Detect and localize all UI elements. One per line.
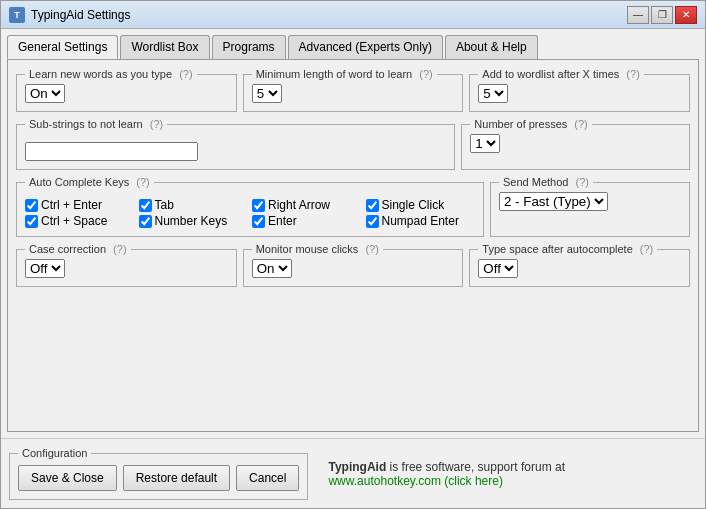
- case-correction-label: Case correction (?): [25, 243, 131, 255]
- substrings-help[interactable]: (?): [150, 118, 163, 130]
- tab-bar: General Settings Wordlist Box Programs A…: [7, 35, 699, 59]
- add-to-wordlist-help[interactable]: (?): [626, 68, 639, 80]
- checkbox-numpad-enter-input[interactable]: [366, 215, 379, 228]
- checkbox-number-keys-input[interactable]: [139, 215, 152, 228]
- tab-about[interactable]: About & Help: [445, 35, 538, 59]
- monitor-mouse-label: Monitor mouse clicks (?): [252, 243, 383, 255]
- monitor-mouse-group: Monitor mouse clicks (?) On: [243, 243, 464, 287]
- tab-programs[interactable]: Programs: [212, 35, 286, 59]
- row-2: Sub-strings to not learn (?) Number of p…: [16, 118, 690, 170]
- title-bar: T TypingAid Settings — ❐ ✕: [1, 1, 705, 29]
- checkbox-numpad-enter: Numpad Enter: [366, 214, 476, 228]
- checkbox-enter-label: Enter: [268, 214, 297, 228]
- substrings-input[interactable]: [25, 142, 198, 161]
- add-to-wordlist-label: Add to wordlist after X times (?): [478, 68, 643, 80]
- restore-button[interactable]: ❐: [651, 6, 673, 24]
- add-to-wordlist-select[interactable]: 5: [478, 84, 508, 103]
- checkbox-ctrl-space-label: Ctrl + Space: [41, 214, 107, 228]
- learn-words-help[interactable]: (?): [179, 68, 192, 80]
- tab-general[interactable]: General Settings: [7, 35, 118, 59]
- substrings-label: Sub-strings to not learn (?): [25, 118, 167, 130]
- min-length-group: Minimum length of word to learn (?) 5: [243, 68, 464, 112]
- content-area: General Settings Wordlist Box Programs A…: [1, 29, 705, 438]
- row-4: Case correction (?) Off Monitor mouse cl…: [16, 243, 690, 287]
- send-method-select[interactable]: 2 - Fast (Type): [499, 192, 608, 211]
- config-label: Configuration: [18, 447, 91, 459]
- type-space-label: Type space after autocomplete (?): [478, 243, 657, 255]
- min-length-help[interactable]: (?): [419, 68, 432, 80]
- checkbox-number-keys: Number Keys: [139, 214, 249, 228]
- restore-default-button[interactable]: Restore default: [123, 465, 230, 491]
- window-controls: — ❐ ✕: [627, 6, 697, 24]
- checkbox-ctrl-enter: Ctrl + Enter: [25, 198, 135, 212]
- cancel-button[interactable]: Cancel: [236, 465, 299, 491]
- checkbox-numpad-enter-label: Numpad Enter: [382, 214, 459, 228]
- checkbox-enter-input[interactable]: [252, 215, 265, 228]
- row-3: Auto Complete Keys (?) Ctrl + Enter Tab: [16, 176, 690, 237]
- checkbox-tab-input[interactable]: [139, 199, 152, 212]
- num-presses-label: Number of presses (?): [470, 118, 591, 130]
- case-correction-select[interactable]: Off: [25, 259, 65, 278]
- checkbox-single-click-label: Single Click: [382, 198, 445, 212]
- close-button[interactable]: ✕: [675, 6, 697, 24]
- checkbox-single-click: Single Click: [366, 198, 476, 212]
- auto-complete-help[interactable]: (?): [136, 176, 149, 188]
- config-group: Configuration Save & Close Restore defau…: [9, 447, 308, 500]
- checkbox-right-arrow-input[interactable]: [252, 199, 265, 212]
- tab-content-general: Learn new words as you type (?) On Off M…: [7, 59, 699, 432]
- min-length-label: Minimum length of word to learn (?): [252, 68, 437, 80]
- learn-words-group: Learn new words as you type (?) On Off: [16, 68, 237, 112]
- app-icon: T: [9, 7, 25, 23]
- tab-advanced[interactable]: Advanced (Experts Only): [288, 35, 443, 59]
- checkbox-right-arrow: Right Arrow: [252, 198, 362, 212]
- checkbox-ctrl-space: Ctrl + Space: [25, 214, 135, 228]
- footer-info: TypingAid is free software, support foru…: [318, 460, 697, 488]
- min-length-select[interactable]: 5: [252, 84, 282, 103]
- checkbox-single-click-input[interactable]: [366, 199, 379, 212]
- num-presses-help[interactable]: (?): [574, 118, 587, 130]
- checkbox-ctrl-space-input[interactable]: [25, 215, 38, 228]
- checkbox-number-keys-label: Number Keys: [155, 214, 228, 228]
- spacer: [16, 293, 690, 423]
- app-name: TypingAid: [328, 460, 386, 474]
- checkbox-right-arrow-label: Right Arrow: [268, 198, 330, 212]
- substrings-group: Sub-strings to not learn (?): [16, 118, 455, 170]
- save-close-button[interactable]: Save & Close: [18, 465, 117, 491]
- monitor-mouse-select[interactable]: On: [252, 259, 292, 278]
- minimize-button[interactable]: —: [627, 6, 649, 24]
- send-method-help[interactable]: (?): [576, 176, 589, 188]
- footer-info-text: is free software, support forum at: [386, 460, 565, 474]
- learn-words-label: Learn new words as you type (?): [25, 68, 197, 80]
- add-to-wordlist-group: Add to wordlist after X times (?) 5: [469, 68, 690, 112]
- row-1: Learn new words as you type (?) On Off M…: [16, 68, 690, 112]
- num-presses-select[interactable]: 1: [470, 134, 500, 153]
- checkbox-tab-label: Tab: [155, 198, 174, 212]
- checkbox-enter: Enter: [252, 214, 362, 228]
- case-correction-group: Case correction (?) Off: [16, 243, 237, 287]
- auto-complete-keys-label: Auto Complete Keys (?): [25, 176, 154, 188]
- checkbox-ctrl-enter-input[interactable]: [25, 199, 38, 212]
- website-link[interactable]: www.autohotkey.com (click here): [328, 474, 503, 488]
- checkbox-tab: Tab: [139, 198, 249, 212]
- send-method-label: Send Method (?): [499, 176, 593, 188]
- checkbox-ctrl-enter-label: Ctrl + Enter: [41, 198, 102, 212]
- send-method-group: Send Method (?) 2 - Fast (Type): [490, 176, 690, 237]
- tab-wordlist[interactable]: Wordlist Box: [120, 35, 209, 59]
- checkboxes-container: Ctrl + Enter Tab Right Arrow Single: [25, 198, 475, 228]
- case-correction-help[interactable]: (?): [113, 243, 126, 255]
- type-space-select[interactable]: Off: [478, 259, 518, 278]
- main-window: T TypingAid Settings — ❐ ✕ General Setti…: [0, 0, 706, 509]
- window-title: TypingAid Settings: [31, 8, 627, 22]
- type-space-group: Type space after autocomplete (?) Off: [469, 243, 690, 287]
- footer: Configuration Save & Close Restore defau…: [1, 438, 705, 508]
- type-space-help[interactable]: (?): [640, 243, 653, 255]
- auto-complete-keys-group: Auto Complete Keys (?) Ctrl + Enter Tab: [16, 176, 484, 237]
- learn-words-select[interactable]: On Off: [25, 84, 65, 103]
- num-presses-group: Number of presses (?) 1: [461, 118, 690, 170]
- monitor-mouse-help[interactable]: (?): [365, 243, 378, 255]
